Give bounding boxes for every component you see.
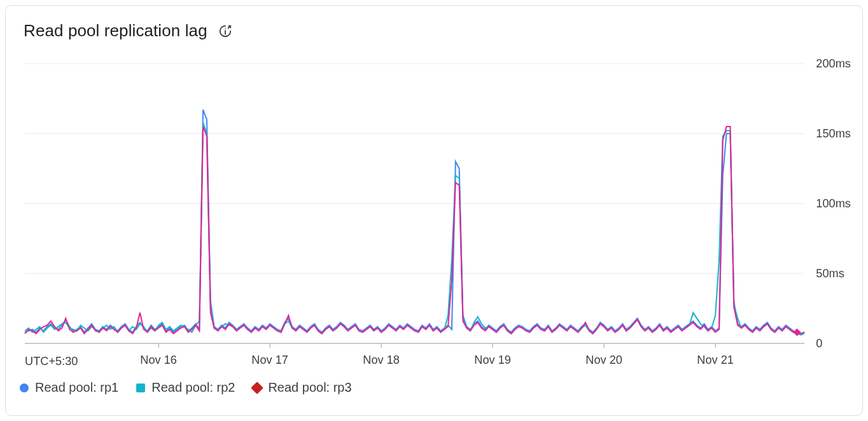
chart-card: Read pool replication lag 050ms100ms150m… (5, 5, 863, 416)
chart-svg: 050ms100ms150ms200ms Nov 16Nov 17Nov 18N… (18, 57, 855, 375)
legend-item-rp1[interactable]: Read pool: rp1 (20, 380, 118, 395)
series-line-read-pool-rp1[interactable] (25, 110, 804, 334)
svg-text:Nov 17: Nov 17 (251, 354, 288, 366)
chart-title: Read pool replication lag (24, 21, 207, 41)
legend-label-rp1: Read pool: rp1 (35, 380, 118, 395)
legend-label-rp2: Read pool: rp2 (151, 380, 235, 395)
svg-text:Nov 21: Nov 21 (697, 354, 734, 366)
legend-swatch-rp2 (136, 383, 145, 392)
x-axis: Nov 16Nov 17Nov 18Nov 19Nov 20Nov 21 (140, 343, 734, 366)
svg-text:Nov 19: Nov 19 (474, 354, 511, 366)
svg-text:Nov 18: Nov 18 (363, 354, 400, 366)
series-line-read-pool-rp3[interactable] (25, 127, 804, 334)
chart-gridlines (25, 64, 804, 343)
legend-item-rp3[interactable]: Read pool: rp3 (253, 380, 351, 395)
chart-legend: Read pool: rp1Read pool: rp2Read pool: r… (6, 375, 862, 400)
legend-item-rp2[interactable]: Read pool: rp2 (136, 380, 235, 395)
timezone-label: UTC+5:30 (25, 355, 78, 368)
svg-text:150ms: 150ms (816, 127, 851, 140)
svg-text:0: 0 (816, 337, 822, 350)
chart-series-group (25, 110, 804, 335)
legend-label-rp3: Read pool: rp3 (268, 380, 351, 395)
svg-text:200ms: 200ms (816, 57, 851, 70)
svg-text:50ms: 50ms (816, 267, 844, 280)
legend-swatch-rp1 (20, 383, 29, 392)
svg-text:Nov 16: Nov 16 (140, 354, 177, 366)
chart-header: Read pool replication lag (6, 6, 862, 45)
y-axis: 050ms100ms150ms200ms (816, 57, 851, 350)
series-line-read-pool-rp2[interactable] (25, 122, 804, 335)
chart-plot-area[interactable]: 050ms100ms150ms200ms Nov 16Nov 17Nov 18N… (18, 57, 855, 375)
svg-text:Nov 20: Nov 20 (585, 354, 622, 366)
svg-point-0 (225, 28, 226, 29)
svg-text:100ms: 100ms (816, 197, 851, 210)
legend-swatch-rp3 (251, 382, 264, 394)
info-icon[interactable] (216, 22, 234, 40)
